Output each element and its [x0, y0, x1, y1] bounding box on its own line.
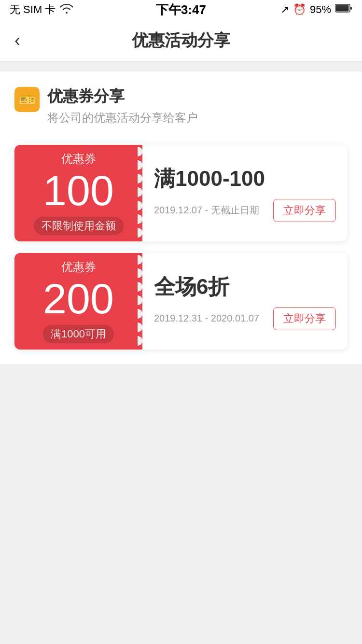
coupon-left-1: 优惠券 100 不限制使用金额 [14, 145, 142, 241]
section-text: 优惠券分享 将公司的优惠活动分享给客户 [47, 86, 198, 126]
wifi-icon [60, 3, 73, 16]
battery-icon [335, 3, 352, 16]
coupon-right-2: 全场6折 2019.12.31 - 2020.01.07 立即分享 [142, 253, 348, 350]
carrier-text: 无 SIM 卡 [10, 2, 56, 17]
svg-rect-2 [350, 7, 352, 10]
status-left: 无 SIM 卡 [10, 2, 73, 17]
coupon-name-2: 全场6折 [154, 273, 336, 301]
share-button-1[interactable]: 立即分享 [273, 199, 336, 222]
coupon-card-1: 优惠券 100 不限制使用金额 满1000-100 2019.12.07 - 无… [14, 145, 348, 241]
bottom-area [0, 364, 362, 644]
coupon-meta-2: 2019.12.31 - 2020.01.07 立即分享 [154, 307, 336, 330]
svg-rect-1 [336, 5, 349, 12]
coupon-label-1: 优惠券 [61, 151, 96, 167]
coupon-right-1: 满1000-100 2019.12.07 - 无截止日期 立即分享 [142, 145, 348, 241]
section-icon: 🎫 [14, 87, 40, 112]
battery-text: 95% [310, 3, 331, 16]
page-title: 优惠活动分享 [132, 29, 230, 52]
coupon-name-1: 满1000-100 [154, 165, 336, 193]
coupon-condition-2: 满1000可用 [43, 325, 114, 343]
coupon-date-2: 2019.12.31 - 2020.01.07 [154, 313, 268, 324]
section-desc: 将公司的优惠活动分享给客户 [47, 110, 198, 126]
section-title: 优惠券分享 [47, 86, 198, 107]
coupon-condition-1: 不限制使用金额 [34, 217, 124, 235]
section-header: 🎫 优惠券分享 将公司的优惠活动分享给客户 [0, 71, 362, 135]
coupon-amount-2: 200 [43, 278, 114, 320]
alarm-icon: ⏰ [293, 3, 306, 16]
share-button-2[interactable]: 立即分享 [273, 307, 336, 330]
coupon-label-2: 优惠券 [61, 259, 96, 275]
back-button[interactable]: ‹ [14, 30, 20, 51]
location-icon: ↗ [280, 3, 289, 16]
status-time: 下午3:47 [156, 1, 206, 18]
coupon-date-1: 2019.12.07 - 无截止日期 [154, 204, 268, 217]
coupon-card-2: 优惠券 200 满1000可用 全场6折 2019.12.31 - 2020.0… [14, 253, 348, 350]
coupons-container: 优惠券 100 不限制使用金额 满1000-100 2019.12.07 - 无… [0, 135, 362, 364]
coupon-meta-1: 2019.12.07 - 无截止日期 立即分享 [154, 199, 336, 222]
coupon-emoji-icon: 🎫 [19, 92, 36, 108]
coupon-amount-1: 100 [43, 169, 114, 212]
status-right: ↗ ⏰ 95% [280, 3, 352, 16]
coupon-left-2: 优惠券 200 满1000可用 [14, 253, 142, 350]
status-bar: 无 SIM 卡 下午3:47 ↗ ⏰ 95% [0, 0, 362, 19]
nav-bar: ‹ 优惠活动分享 [0, 19, 362, 62]
